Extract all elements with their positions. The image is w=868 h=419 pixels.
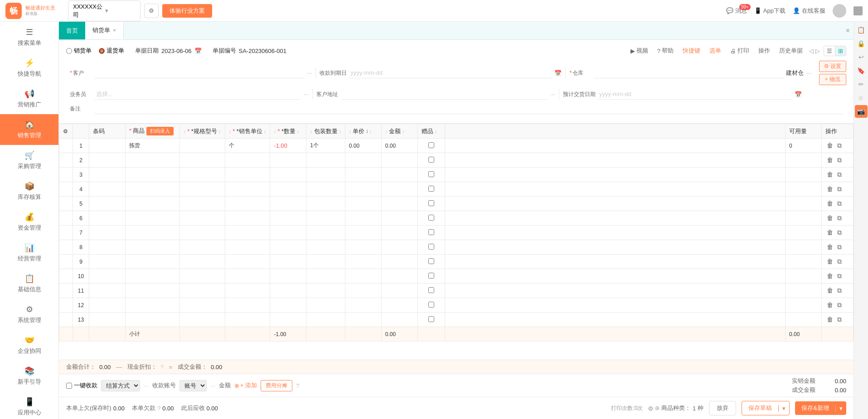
row-product[interactable]: 拣货 (126, 139, 180, 153)
row-spec[interactable] (180, 226, 225, 240)
row-qty[interactable] (270, 269, 306, 284)
row-copy-btn[interactable]: ⧉ (836, 229, 843, 236)
row-product[interactable] (126, 182, 180, 197)
due-date-input[interactable] (349, 67, 553, 78)
row-qty[interactable] (270, 284, 306, 298)
row-amount[interactable] (381, 240, 417, 255)
row-amount[interactable] (381, 298, 417, 313)
select-btn[interactable]: 选单 (707, 45, 724, 56)
row-copy-btn[interactable]: ⧉ (836, 185, 843, 193)
row-pkgqty[interactable] (306, 153, 345, 168)
row-barcode[interactable] (89, 168, 126, 182)
row-copy-btn[interactable]: ⧉ (836, 243, 843, 251)
row-unit[interactable] (225, 211, 270, 226)
sidebar-item-guide[interactable]: 📚 新手引导 (0, 361, 58, 391)
rs-icon-7[interactable]: 📷 (855, 105, 868, 118)
row-barcode[interactable] (89, 284, 126, 298)
row-product[interactable] (126, 240, 180, 255)
warehouse-input[interactable] (594, 67, 784, 78)
calendar-icon[interactable]: 📅 (194, 48, 202, 54)
row-barcode[interactable] (89, 240, 126, 255)
row-product[interactable] (126, 255, 180, 269)
sidebar-item-finance[interactable]: 💰 资金管理 (0, 207, 58, 237)
user-menu-icon[interactable] (853, 6, 863, 15)
row-gift[interactable] (417, 298, 445, 313)
row-pkgqty[interactable] (306, 211, 345, 226)
row-barcode[interactable] (89, 298, 126, 313)
save-draft-button[interactable]: 保存草稿 ▾ (742, 401, 790, 415)
row-qty[interactable] (270, 153, 306, 168)
row-unit[interactable] (225, 197, 270, 211)
discount-info-icon[interactable]: ? (160, 364, 163, 370)
row-gift[interactable] (417, 211, 445, 226)
row-spec[interactable] (180, 197, 225, 211)
row-barcode[interactable] (89, 313, 126, 327)
row-delete-btn[interactable]: 🗑 (825, 171, 834, 178)
scan-btn[interactable]: 扫码录入 (146, 127, 174, 135)
row-gift[interactable] (417, 269, 445, 284)
row-delete-btn[interactable]: 🗑 (825, 243, 834, 250)
app-download-button[interactable]: 📱 App下载 (754, 7, 786, 15)
sidebar-item-search[interactable]: ☰ 搜索菜单 (0, 22, 58, 53)
row-copy-btn[interactable]: ⧉ (836, 316, 843, 323)
calc-method-dots[interactable]: ··· (144, 382, 149, 389)
operate-btn[interactable]: 操作 (756, 45, 773, 56)
row-delete-btn[interactable]: 🗑 (825, 156, 834, 164)
row-qty[interactable] (270, 313, 306, 327)
row-price[interactable] (345, 255, 381, 269)
row-gift[interactable] (417, 197, 445, 211)
row-unit[interactable] (225, 313, 270, 327)
cost-split-btn[interactable]: 费用分摊 (261, 380, 292, 391)
row-unit[interactable] (225, 255, 270, 269)
row-spec[interactable] (180, 153, 225, 168)
row-pkgqty[interactable] (306, 313, 345, 327)
row-qty[interactable]: -1.00 (270, 139, 306, 153)
row-unit[interactable] (225, 240, 270, 255)
row-price[interactable] (345, 269, 381, 284)
customer-dots-btn[interactable]: ··· (307, 69, 312, 77)
row-pkgqty[interactable] (306, 284, 345, 298)
calc-method-select[interactable]: 结算方式 (101, 380, 140, 391)
row-product[interactable] (126, 197, 180, 211)
save-draft-arrow-icon[interactable]: ▾ (778, 405, 789, 412)
row-gift[interactable] (417, 182, 445, 197)
rs-icon-3[interactable]: ↩ (855, 51, 868, 63)
row-copy-btn[interactable]: ⧉ (836, 272, 843, 280)
row-unit[interactable]: 个 (225, 139, 270, 153)
row-barcode[interactable] (89, 182, 126, 197)
row-delete-btn[interactable]: 🗑 (825, 214, 834, 222)
row-pkgqty[interactable] (306, 255, 345, 269)
row-qty[interactable] (270, 197, 306, 211)
row-spec[interactable] (180, 255, 225, 269)
row-copy-btn[interactable]: ⧉ (836, 171, 843, 178)
history-btn[interactable]: 历史单据 (776, 45, 805, 56)
due-date-calendar-icon[interactable]: 📅 (554, 70, 562, 77)
price-info-icon[interactable]: ℹ (366, 129, 368, 134)
row-amount[interactable] (381, 255, 417, 269)
row-spec[interactable] (180, 139, 225, 153)
row-price[interactable] (345, 168, 381, 182)
rs-icon-6[interactable]: ☆ (855, 92, 868, 104)
row-barcode[interactable] (89, 269, 126, 284)
sidebar-item-quick-nav[interactable]: ⚡ 快捷导航 (0, 53, 58, 83)
row-gift[interactable] (417, 240, 445, 255)
salesperson-dots-btn[interactable]: ··· (303, 91, 309, 98)
row-delete-btn[interactable]: 🗑 (825, 258, 834, 265)
close-window-icon[interactable]: × (846, 27, 850, 35)
row-unit[interactable] (225, 153, 270, 168)
row-delete-btn[interactable]: 🗑 (825, 185, 834, 193)
sidebar-item-inventory[interactable]: 📦 库存核算 (0, 176, 58, 207)
row-amount[interactable] (381, 284, 417, 298)
row-qty[interactable] (270, 255, 306, 269)
row-spec[interactable] (180, 240, 225, 255)
row-copy-btn[interactable]: ⧉ (836, 301, 843, 309)
row-copy-btn[interactable]: ⧉ (836, 287, 843, 294)
view-grid-btn[interactable]: ⊞ (835, 46, 846, 56)
row-spec[interactable] (180, 168, 225, 182)
radio-return-order[interactable]: 退货单 (99, 47, 124, 55)
rs-icon-4[interactable]: 🔖 (855, 64, 868, 77)
row-amount[interactable]: 0.00 (381, 139, 417, 153)
row-price[interactable]: 0.00 (345, 139, 381, 153)
row-qty[interactable] (270, 182, 306, 197)
sidebar-item-sales[interactable]: 🏠 销售管理 (0, 114, 58, 145)
